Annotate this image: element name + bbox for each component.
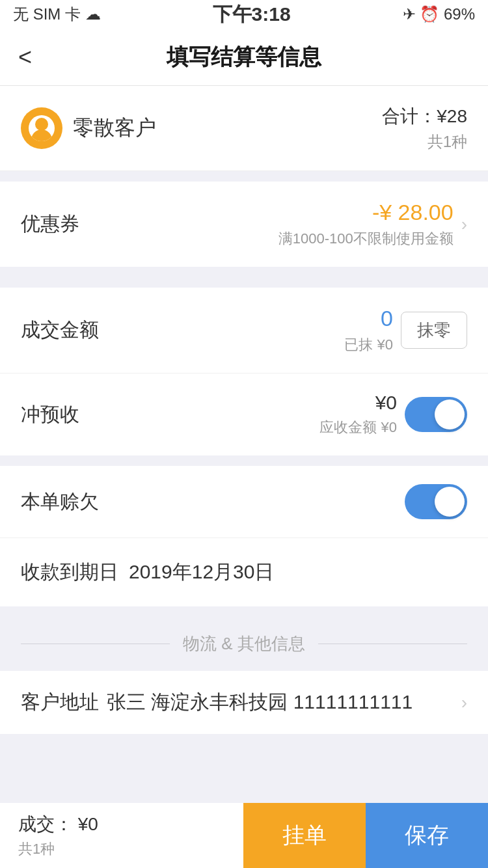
battery-icon: ✈ ⏰ 69% — [403, 5, 475, 23]
address-chevron-icon: › — [461, 692, 467, 713]
prepayment-sub: 应收金额 ¥0 — [319, 418, 397, 437]
bottom-trans: 成交： ¥0 — [18, 812, 225, 837]
logistics-divider: 物流 & 其他信息 — [0, 617, 488, 671]
status-left: 无 SIM 卡 ☁ — [13, 4, 101, 25]
due-date-label: 收款到期日 — [21, 559, 118, 586]
bottom-count: 共1种 — [18, 839, 225, 859]
coupon-desc: 满1000-100不限制使用金额 — [278, 229, 454, 249]
customer-right: 合计：¥28 共1种 — [382, 104, 467, 152]
total-label: 合计：¥28 — [382, 104, 467, 129]
transaction-row: 成交金额 已抹 ¥0 抹零 — [0, 288, 488, 373]
page-title: 填写结算等信息 — [167, 42, 321, 72]
prepayment-amount: ¥0 — [319, 392, 397, 414]
back-button[interactable]: < — [18, 44, 32, 71]
coupon-chevron-icon: › — [461, 214, 467, 235]
prepayment-value-col: ¥0 应收金额 ¥0 — [319, 392, 397, 437]
sim-status: 无 SIM 卡 ☁ — [13, 4, 101, 25]
separator-2 — [0, 277, 488, 288]
coupon-section: 优惠券 -¥ 28.00 满1000-100不限制使用金额 › — [0, 182, 488, 267]
transaction-label: 成交金额 — [21, 317, 99, 344]
round-button[interactable]: 抹零 — [401, 312, 467, 349]
address-row[interactable]: 客户地址 张三 海淀永丰科技园 11111111111 › — [0, 671, 488, 734]
prepayment-label: 冲预收 — [21, 401, 79, 428]
transaction-right: 已抹 ¥0 抹零 — [341, 306, 467, 355]
bottom-bar: 成交： ¥0 共1种 挂单 保存 — [0, 803, 488, 868]
nav-bar: < 填写结算等信息 — [0, 29, 488, 86]
transaction-input[interactable] — [341, 306, 393, 331]
separator-1 — [0, 171, 488, 182]
status-bar: 无 SIM 卡 ☁ 下午3:18 ✈ ⏰ 69% — [0, 0, 488, 29]
transaction-section: 成交金额 已抹 ¥0 抹零 冲预收 ¥0 应收金额 ¥0 — [0, 288, 488, 455]
divider-line-right — [318, 644, 467, 644]
prepayment-toggle[interactable] — [405, 397, 467, 432]
separator-3 — [0, 455, 488, 466]
prepayment-row: 冲预收 ¥0 应收金额 ¥0 — [0, 373, 488, 455]
due-date-value: 2019年12月30日 — [129, 559, 274, 586]
credit-row: 本单赊欠 — [0, 466, 488, 538]
customer-row: 零散客户 合计：¥28 共1种 — [0, 86, 488, 170]
bottom-summary: 成交： ¥0 共1种 — [0, 812, 243, 859]
customer-section: 零散客户 合计：¥28 共1种 — [0, 86, 488, 171]
hang-button[interactable]: 挂单 — [243, 803, 366, 868]
credit-right — [405, 484, 467, 519]
status-right: ✈ ⏰ 69% — [403, 5, 475, 23]
divider-line-left — [21, 644, 170, 644]
separator-4 — [0, 606, 488, 617]
avatar — [21, 107, 62, 149]
coupon-amount: -¥ 28.00 — [278, 200, 454, 225]
transaction-value-col: 已抹 ¥0 — [341, 306, 393, 355]
bottom-trans-amount: ¥0 — [78, 814, 98, 834]
credit-label: 本单赊欠 — [21, 489, 99, 515]
coupon-row[interactable]: 优惠券 -¥ 28.00 满1000-100不限制使用金额 › — [0, 182, 488, 267]
due-date-row: 收款到期日 2019年12月30日 — [0, 538, 488, 606]
logistics-text: 物流 & 其他信息 — [183, 632, 305, 655]
coupon-right: -¥ 28.00 满1000-100不限制使用金额 › — [278, 200, 467, 249]
status-time: 下午3:18 — [213, 1, 291, 28]
credit-toggle-wrap — [405, 484, 467, 519]
coupon-value-col: -¥ 28.00 满1000-100不限制使用金额 — [278, 200, 454, 249]
prepayment-right: ¥0 应收金额 ¥0 — [319, 392, 467, 437]
address-section: 客户地址 张三 海淀永丰科技园 11111111111 › — [0, 671, 488, 734]
address-value: 张三 海淀永丰科技园 11111111111 — [107, 689, 461, 716]
transaction-sub: 已抹 ¥0 — [341, 335, 393, 355]
credit-toggle[interactable] — [405, 484, 467, 519]
customer-name: 零散客户 — [73, 114, 156, 142]
bottom-trans-label: 成交： — [18, 814, 73, 834]
customer-left: 零散客户 — [21, 107, 156, 149]
address-label: 客户地址 — [21, 689, 99, 716]
total-count: 共1种 — [382, 131, 467, 152]
coupon-label: 优惠券 — [21, 211, 79, 237]
credit-section: 本单赊欠 收款到期日 2019年12月30日 — [0, 466, 488, 606]
save-button[interactable]: 保存 — [366, 803, 488, 868]
avatar-icon — [29, 115, 55, 141]
prepayment-toggle-wrap — [405, 397, 467, 432]
